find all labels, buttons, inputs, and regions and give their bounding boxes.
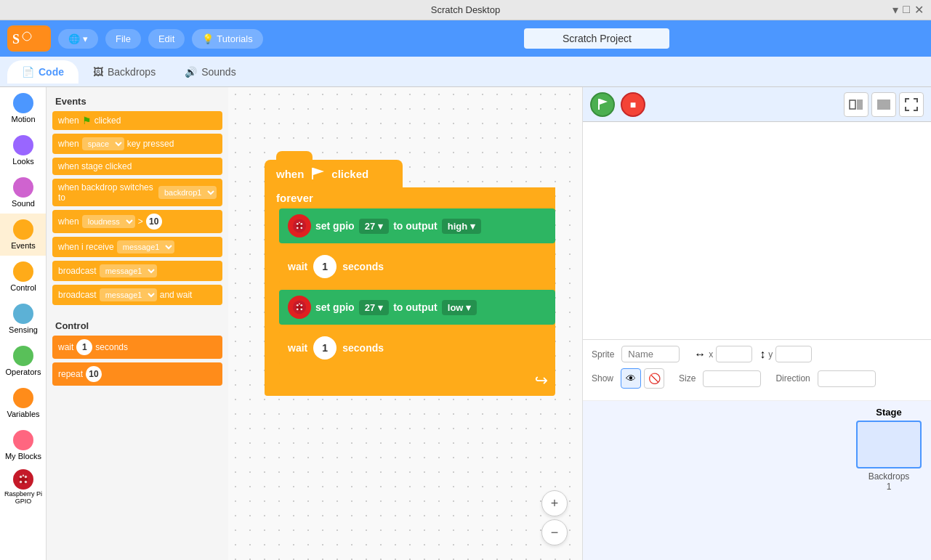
size-input[interactable] — [703, 370, 761, 387]
close-icon[interactable]: ✕ — [914, 3, 924, 17]
show-hidden-button[interactable]: 🚫 — [644, 368, 664, 389]
sprite-info: Sprite ↔ x ↕ y Show 👁 🚫 — [583, 340, 931, 401]
broadcast-wait-select[interactable]: message1 — [100, 288, 157, 301]
edit-menu-button[interactable]: Edit — [148, 29, 185, 49]
tab-bar: 📄 Code 🖼 Backdrops 🔊 Sounds — [0, 57, 931, 87]
sidebar-item-myblocks[interactable]: My Blocks — [0, 424, 47, 466]
y-input[interactable] — [775, 346, 812, 362]
wait-label-2: wait — [288, 342, 307, 354]
repeat-block[interactable]: repeat 10 — [52, 362, 222, 386]
pin-arrow-2: ▾ — [378, 302, 383, 313]
small-stage-icon — [849, 99, 863, 110]
pin-select-1[interactable]: 27 ▾ — [359, 219, 389, 234]
output-value-1: high — [448, 221, 467, 232]
loudness-select[interactable]: loudness — [82, 215, 135, 228]
gpio-block-2[interactable]: set gpio 27 ▾ to output low ▾ — [279, 290, 555, 325]
output-select-2[interactable]: low ▾ — [442, 300, 477, 315]
file-menu-button[interactable]: File — [105, 29, 141, 49]
sensing-dot — [13, 304, 33, 324]
loop-arrow-icon: ↩ — [535, 371, 548, 390]
green-flag-button[interactable] — [590, 92, 615, 117]
title-bar: Scratch Desktop ▾ □ ✕ — [0, 0, 931, 20]
sidebar-item-looks[interactable]: Looks — [0, 129, 47, 171]
wait-seconds-block[interactable]: wait 1 seconds — [52, 336, 222, 359]
window-controls[interactable]: ▾ □ ✕ — [892, 3, 924, 17]
events-section-title: Events — [55, 96, 222, 107]
when-backdrop-block[interactable]: when backdrop switches to backdrop1 — [52, 179, 222, 206]
svg-rect-27 — [857, 100, 863, 110]
sound-label: Sound — [12, 199, 35, 208]
backdrop-switch-label: when backdrop switches to — [58, 182, 156, 203]
tab-backdrops[interactable]: 🖼 Backdrops — [78, 60, 170, 84]
sprite-row-1: Sprite ↔ x ↕ y — [592, 346, 922, 362]
sidebar-item-operators[interactable]: Operators — [0, 340, 47, 382]
tutorials-button[interactable]: 💡 Tutorials — [192, 29, 262, 49]
wait-value-1[interactable]: 1 — [313, 255, 336, 278]
script-container: when clicked forever — [265, 160, 555, 396]
globe-button[interactable]: 🌐 ▾ — [58, 29, 98, 49]
x-input[interactable] — [716, 346, 752, 362]
code-area[interactable]: when clicked forever — [228, 87, 582, 560]
zoom-out-button[interactable]: − — [541, 519, 568, 545]
broadcast-select[interactable]: message1 — [100, 264, 157, 277]
sidebar-item-sound[interactable]: Sound — [0, 171, 47, 214]
backdrop-select[interactable]: backdrop1 — [158, 186, 217, 199]
small-stage-button[interactable] — [844, 92, 868, 117]
x-label: x — [709, 349, 713, 360]
when-key-pressed-block[interactable]: when space key pressed — [52, 134, 222, 154]
sidebar-item-motion[interactable]: Motion — [0, 87, 47, 129]
when-flag-clicked-block[interactable]: when ⚑ clicked — [52, 111, 222, 130]
zoom-controls: + − — [541, 490, 568, 545]
sidebar-item-raspberrypi[interactable]: Raspberry Pi GPIO — [0, 466, 47, 508]
when-stage-clicked-block[interactable]: when stage clicked — [52, 158, 222, 175]
zoom-in-button[interactable]: + — [541, 490, 568, 516]
broadcast-block[interactable]: broadcast message1 — [52, 261, 222, 281]
sidebar-item-variables[interactable]: Variables — [0, 382, 47, 424]
output-select-1[interactable]: high ▾ — [442, 219, 481, 234]
show-visible-button[interactable]: 👁 — [621, 368, 641, 389]
pin-select-2[interactable]: 27 ▾ — [359, 300, 389, 315]
maximize-icon[interactable]: □ — [903, 3, 910, 17]
sidebar-item-events[interactable]: Events — [0, 214, 47, 256]
raspberry-icon-1 — [288, 214, 311, 238]
gpio-block-1[interactable]: set gpio 27 ▾ to output high ▾ — [279, 208, 555, 243]
receive-label: when i receive — [58, 242, 114, 252]
direction-input[interactable] — [818, 370, 876, 387]
key-select[interactable]: space — [82, 137, 124, 150]
wait-value-2[interactable]: 1 — [313, 336, 336, 360]
svg-point-6 — [20, 481, 22, 483]
tab-code[interactable]: 📄 Code — [7, 60, 78, 84]
motion-label: Motion — [11, 115, 35, 123]
stage-title: Stage — [853, 407, 925, 418]
broadcast-wait-block[interactable]: broadcast message1 and wait — [52, 285, 222, 305]
stop-button[interactable]: ■ — [621, 92, 645, 117]
tutorials-icon: 💡 — [202, 33, 214, 44]
svg-point-12 — [297, 223, 299, 225]
forever-label: forever — [265, 187, 555, 208]
stage-controls: ■ — [583, 87, 931, 122]
when-loudness-block[interactable]: when loudness > 10 — [52, 210, 222, 233]
blocks-panel: Events when ⚑ clicked when space key pre… — [47, 87, 228, 560]
when-receive-block[interactable]: when i receive message1 — [52, 237, 222, 257]
sounds-icon: 🔊 — [185, 66, 197, 78]
loudness-value[interactable]: 10 — [146, 214, 162, 230]
sprite-name-input[interactable] — [621, 346, 680, 362]
project-name-input[interactable] — [524, 28, 669, 49]
when-label: when — [58, 115, 79, 126]
wait-block-1[interactable]: wait 1 seconds — [279, 249, 555, 284]
repeat-value[interactable]: 10 — [86, 366, 102, 382]
sidebar-item-sensing[interactable]: Sensing — [0, 298, 47, 340]
fullscreen-button[interactable] — [899, 92, 924, 117]
events-dot — [13, 219, 33, 240]
output-arrow-2: ▾ — [466, 302, 471, 313]
tab-sounds[interactable]: 🔊 Sounds — [170, 60, 250, 84]
wait-value[interactable]: 1 — [76, 339, 92, 355]
control-dot — [13, 261, 33, 282]
forever-content: set gpio 27 ▾ to output high ▾ wai — [279, 208, 555, 368]
wait-block-2[interactable]: wait 1 seconds — [279, 330, 555, 365]
receive-select[interactable]: message1 — [117, 240, 174, 253]
minimize-icon[interactable]: ▾ — [892, 3, 898, 17]
big-stage-button[interactable] — [871, 92, 896, 117]
stage-thumbnail[interactable] — [856, 421, 922, 468]
sidebar-item-control[interactable]: Control — [0, 256, 47, 298]
